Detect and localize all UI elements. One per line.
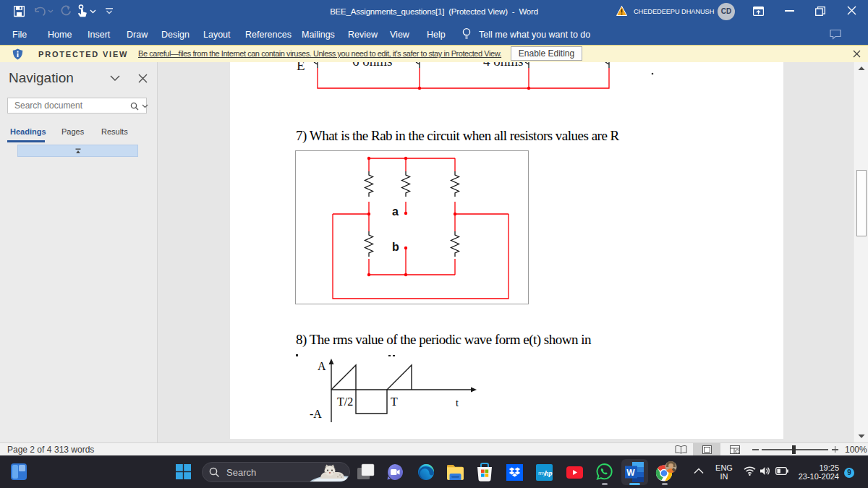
svg-text:b: b — [392, 241, 399, 253]
svg-text:W: W — [626, 468, 635, 478]
svg-text:T/2: T/2 — [337, 395, 353, 408]
svg-text:t: t — [456, 398, 459, 408]
svg-text:a: a — [392, 205, 399, 218]
svg-text:T: T — [391, 395, 398, 408]
svg-text:-A: -A — [310, 408, 322, 420]
svg-text:hp: hp — [545, 469, 553, 477]
svg-text:A: A — [318, 360, 326, 372]
